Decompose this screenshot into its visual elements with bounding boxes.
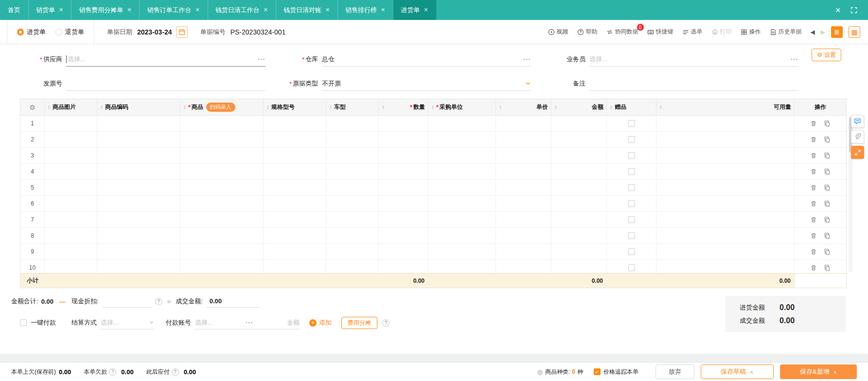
list-view-toggle[interactable]: ≣ — [831, 26, 843, 38]
table-cell[interactable] — [180, 212, 264, 227]
gift-checkbox[interactable] — [628, 232, 635, 239]
table-cell[interactable] — [496, 228, 551, 243]
table-cell[interactable] — [326, 244, 379, 260]
table-cell[interactable] — [180, 164, 264, 179]
toolbar-action-printer[interactable]: 打印 — [711, 28, 732, 36]
delete-row-icon[interactable] — [810, 184, 817, 191]
table-cell[interactable] — [656, 164, 795, 179]
table-cell[interactable] — [656, 132, 795, 147]
sort-icon[interactable]: ▲▼ — [382, 105, 385, 109]
table-cell[interactable] — [180, 244, 264, 260]
column-header[interactable]: ▲▼单价 — [496, 99, 551, 115]
copy-row-icon[interactable] — [824, 136, 831, 143]
table-settings-gear-icon[interactable]: ⚙ — [29, 104, 35, 111]
table-cell[interactable] — [180, 228, 264, 243]
table-cell[interactable] — [326, 260, 379, 273]
tab-close-icon[interactable]: ✕ — [264, 7, 268, 13]
table-cell[interactable] — [607, 228, 656, 243]
copy-row-icon[interactable] — [824, 200, 831, 207]
copy-row-icon[interactable] — [824, 248, 831, 255]
table-cell[interactable] — [45, 116, 97, 131]
sort-icon[interactable]: ▲▼ — [48, 105, 51, 109]
table-cell[interactable] — [97, 244, 180, 260]
table-cell[interactable] — [379, 164, 428, 179]
copy-row-icon[interactable] — [824, 184, 831, 191]
table-cell[interactable] — [180, 116, 264, 131]
table-cell[interactable] — [607, 180, 656, 195]
tab-item[interactable]: 首页 — [0, 0, 28, 20]
table-cell[interactable] — [264, 116, 326, 131]
table-cell[interactable] — [45, 244, 97, 260]
table-cell[interactable] — [795, 260, 846, 273]
table-cell[interactable] — [496, 132, 551, 147]
table-cell[interactable] — [97, 228, 180, 243]
pay-amount-input[interactable]: 金额 — [253, 316, 300, 329]
table-cell[interactable] — [428, 228, 496, 243]
sort-icon[interactable]: ▲▼ — [554, 105, 557, 109]
table-cell[interactable] — [428, 180, 496, 195]
table-cell[interactable] — [607, 132, 656, 147]
share-help-icon[interactable]: ? — [382, 319, 390, 327]
sort-icon[interactable]: ▲▼ — [499, 105, 502, 109]
table-cell[interactable] — [656, 212, 795, 227]
table-cell[interactable] — [607, 196, 656, 211]
table-cell[interactable] — [326, 212, 379, 227]
table-cell[interactable] — [379, 228, 428, 243]
table-cell[interactable] — [428, 148, 496, 163]
gift-checkbox[interactable] — [628, 184, 635, 191]
table-cell[interactable] — [607, 116, 656, 131]
float-expand-button[interactable] — [851, 146, 864, 159]
tab-item[interactable]: 销货单✕ — [28, 0, 71, 20]
table-cell[interactable] — [379, 260, 428, 273]
settings-button[interactable]: ⚙ 设置 — [812, 49, 841, 61]
table-cell[interactable] — [607, 260, 656, 273]
date-value[interactable]: 2023-03-24 — [137, 28, 172, 36]
column-header[interactable]: ▲▼*数量 — [379, 99, 428, 115]
table-cell[interactable] — [551, 164, 607, 179]
table-cell[interactable] — [326, 228, 379, 243]
table-cell[interactable] — [496, 260, 551, 273]
column-header[interactable]: ▲▼*采购单位 — [428, 99, 496, 115]
delete-row-icon[interactable] — [810, 168, 817, 175]
table-cell[interactable] — [428, 244, 496, 260]
save-new-button[interactable]: 保存&新增 ∧ — [780, 364, 857, 379]
tab-close-icon[interactable]: ✕ — [59, 7, 63, 13]
table-cell[interactable] — [496, 116, 551, 131]
table-cell[interactable] — [551, 260, 607, 273]
delete-row-icon[interactable] — [810, 200, 817, 207]
copy-row-icon[interactable] — [824, 264, 831, 271]
copy-row-icon[interactable] — [824, 120, 831, 127]
table-cell[interactable] — [264, 148, 326, 163]
tab-item[interactable]: 销售费用分摊单✕ — [71, 0, 139, 20]
table-cell[interactable] — [379, 132, 428, 147]
table-cell[interactable] — [607, 164, 656, 179]
toolbar-action-menu[interactable]: 选单 — [682, 28, 703, 36]
table-cell[interactable] — [496, 164, 551, 179]
gift-checkbox[interactable] — [628, 216, 635, 223]
table-cell[interactable] — [326, 196, 379, 211]
invoice-field[interactable] — [66, 76, 266, 91]
table-cell[interactable] — [496, 148, 551, 163]
column-header[interactable]: ▲▼*商品扫码录入 — [180, 99, 264, 115]
table-cell[interactable] — [97, 212, 180, 227]
column-header[interactable]: ▲▼商品编码 — [97, 99, 180, 115]
salesman-field[interactable]: 选择... ··· — [589, 52, 798, 67]
table-cell[interactable] — [795, 228, 846, 243]
tab-close-icon[interactable]: ✕ — [424, 7, 428, 13]
gift-checkbox[interactable] — [628, 168, 635, 175]
delete-row-icon[interactable] — [810, 264, 817, 271]
table-cell[interactable] — [607, 148, 656, 163]
calendar-icon[interactable] — [176, 26, 188, 38]
table-cell[interactable] — [428, 260, 496, 273]
gift-checkbox[interactable] — [628, 200, 635, 207]
toolbar-action-keyboard[interactable]: 快捷键 — [647, 28, 673, 36]
fullscreen-icon[interactable] — [850, 7, 857, 14]
doc-type-radio[interactable]: 退货单 — [55, 28, 84, 36]
table-cell[interactable] — [379, 148, 428, 163]
table-cell[interactable] — [264, 212, 326, 227]
payable-help-icon[interactable]: ? — [172, 368, 179, 376]
table-cell[interactable] — [45, 196, 97, 211]
table-cell[interactable] — [656, 260, 795, 273]
one-click-pay-checkbox[interactable] — [20, 319, 27, 326]
table-cell[interactable] — [551, 116, 607, 131]
